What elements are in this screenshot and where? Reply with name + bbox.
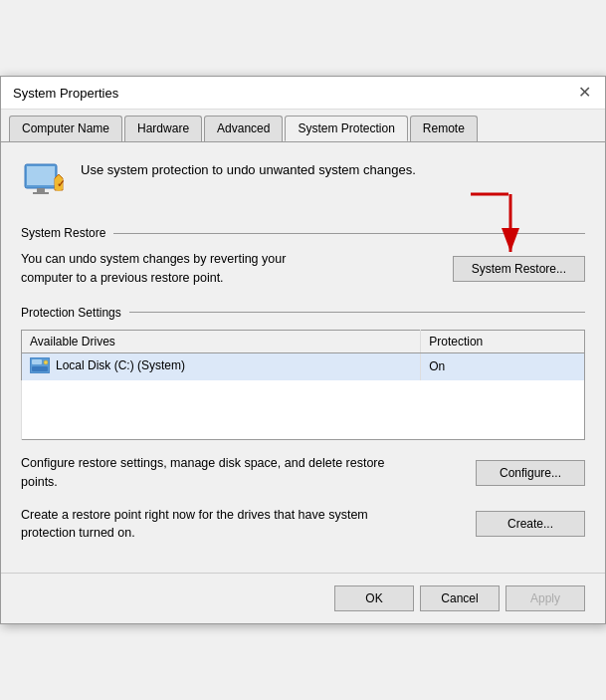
ok-button[interactable]: OK xyxy=(334,585,414,611)
tab-bar: Computer Name Hardware Advanced System P… xyxy=(1,110,605,142)
tab-advanced[interactable]: Advanced xyxy=(204,116,283,141)
drives-table: Available Drives Protection xyxy=(21,330,585,441)
bottom-bar: OK Cancel Apply xyxy=(1,573,605,623)
title-bar: System Properties ✕ xyxy=(1,77,605,110)
configure-description: Configure restore settings, manage disk … xyxy=(21,454,389,492)
system-restore-section: System Restore You can undo system chang… xyxy=(21,226,585,288)
apply-button[interactable]: Apply xyxy=(505,585,585,611)
tab-system-protection[interactable]: System Protection xyxy=(285,116,407,141)
restore-row: You can undo system changes by reverting… xyxy=(21,250,585,288)
protection-settings-title: Protection Settings xyxy=(21,306,585,320)
create-description: Create a restore point right now for the… xyxy=(21,506,389,544)
restore-button-area: System Restore... xyxy=(453,256,585,282)
close-button[interactable]: ✕ xyxy=(576,85,593,101)
system-properties-window: System Properties ✕ Computer Name Hardwa… xyxy=(0,76,606,624)
svg-rect-12 xyxy=(32,366,48,371)
info-text: Use system protection to undo unwanted s… xyxy=(81,158,416,177)
restore-description: You can undo system changes by reverting… xyxy=(21,250,339,288)
svg-rect-3 xyxy=(33,192,49,194)
system-protection-icon: ✓ xyxy=(21,158,69,206)
tab-computer-name[interactable]: Computer Name xyxy=(9,116,122,141)
col-protection: Protection xyxy=(421,330,585,352)
table-row[interactable]: Local Disk (C:) (System) On xyxy=(22,352,585,380)
red-arrow xyxy=(451,184,530,264)
col-drives: Available Drives xyxy=(22,330,421,352)
svg-rect-13 xyxy=(44,360,48,364)
main-content: ✓ Use system protection to undo unwanted… xyxy=(1,142,605,573)
create-button[interactable]: Create... xyxy=(476,511,585,537)
svg-text:✓: ✓ xyxy=(57,178,65,189)
svg-rect-11 xyxy=(32,359,42,364)
protection-cell: On xyxy=(421,352,585,380)
tab-remote[interactable]: Remote xyxy=(410,116,478,141)
protection-settings-section: Protection Settings Available Drives Pro… xyxy=(21,306,585,544)
tab-hardware[interactable]: Hardware xyxy=(124,116,202,141)
configure-button[interactable]: Configure... xyxy=(476,460,585,486)
configure-row: Configure restore settings, manage disk … xyxy=(21,454,585,492)
empty-row xyxy=(22,380,585,440)
svg-rect-1 xyxy=(27,166,55,185)
create-row: Create a restore point right now for the… xyxy=(21,506,585,544)
window-title: System Properties xyxy=(13,86,118,101)
drive-icon-cell: Local Disk (C:) (System) xyxy=(30,357,185,373)
drive-cell: Local Disk (C:) (System) xyxy=(22,352,421,380)
hdd-icon xyxy=(30,357,50,373)
cancel-button[interactable]: Cancel xyxy=(420,585,500,611)
